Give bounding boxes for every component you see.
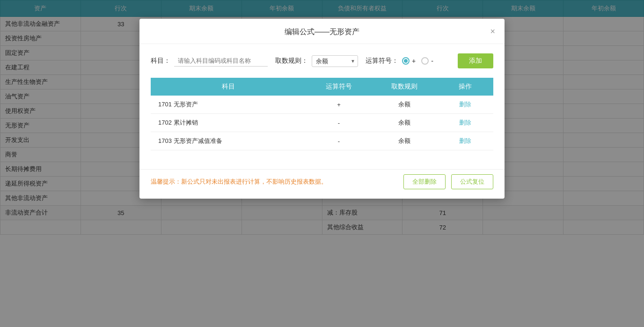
delete-button-3[interactable]: 删除 [459,137,471,145]
rule-cell-2: 余额 [372,114,437,132]
operator-minus-radio[interactable]: - [421,57,433,65]
operator-cell-3: - [306,132,372,150]
modal-header: 编辑公式——无形资产 × [139,19,505,44]
modal-title: 编辑公式——无形资产 [285,28,359,36]
action-cell-2: 删除 [437,114,493,132]
formula-row-3: 1703 无形资产减值准备 - 余额 删除 [151,132,493,150]
subject-input[interactable] [174,55,268,67]
subject-cell-2: 1702 累计摊销 [151,114,306,132]
formula-row-1: 1701 无形资产 + 余额 删除 [151,96,493,114]
operator-cell-1: + [306,96,372,114]
operator-field: 运算符号： + - [366,57,433,65]
modal-dialog: 编辑公式——无形资产 × 科目： 取数规则： 余额 借方 [139,19,505,199]
radio-minus-circle [421,57,429,65]
col-operator: 运算符号 [306,78,372,96]
col-rule: 取数规则 [372,78,437,96]
subject-field: 科目： [151,55,268,67]
action-cell-1: 删除 [437,96,493,114]
rule-label: 取数规则： [275,57,308,65]
modal-footer: 温馨提示：新公式只对未出报表进行计算，不影响历史报表数据。 全部删除 公式复位 [139,170,505,199]
formula-table: 科目 运算符号 取数规则 操作 1701 无形资产 + 余额 删除 [151,78,493,150]
footer-buttons: 全部删除 公式复位 [403,174,493,189]
delete-button-1[interactable]: 删除 [459,100,471,109]
radio-plus-circle [402,57,410,65]
footer-tip: 温馨提示：新公式只对未出报表进行计算，不影响历史报表数据。 [151,178,327,186]
rule-field: 取数规则： 余额 借方 贷方 借方发生额 贷方发生额 ▼ [275,55,358,67]
reset-formula-button[interactable]: 公式复位 [451,174,493,189]
formula-row-2: 1702 累计摊销 - 余额 删除 [151,114,493,132]
subject-label: 科目： [151,57,170,65]
operator-plus-label: + [412,57,416,65]
subject-cell-1: 1701 无形资产 [151,96,306,114]
col-action: 操作 [437,78,493,96]
operator-cell-2: - [306,114,372,132]
modal-overlay: 编辑公式——无形资产 × 科目： 取数规则： 余额 借方 [0,0,644,327]
delete-button-2[interactable]: 删除 [459,119,471,127]
formula-form-row: 科目： 取数规则： 余额 借方 贷方 借方发生额 贷方发生额 ▼ [151,53,493,68]
operator-minus-label: - [431,57,433,65]
modal-body: 科目： 取数规则： 余额 借方 贷方 借方发生额 贷方发生额 ▼ [139,44,505,169]
rule-cell-1: 余额 [372,96,437,114]
operator-radio-group: + - [402,57,433,65]
col-subject: 科目 [151,78,306,96]
rule-select-wrap: 余额 借方 贷方 借方发生额 贷方发生额 ▼ [312,55,358,67]
subject-cell-3: 1703 无形资产减值准备 [151,132,306,150]
delete-all-button[interactable]: 全部删除 [403,174,446,189]
operator-label: 运算符号： [366,57,398,65]
operator-plus-radio[interactable]: + [402,57,416,65]
rule-select[interactable]: 余额 借方 贷方 借方发生额 贷方发生额 [312,55,358,67]
modal-close-button[interactable]: × [488,25,497,37]
action-cell-3: 删除 [437,132,493,150]
add-button[interactable]: 添加 [458,53,493,68]
rule-cell-3: 余额 [372,132,437,150]
